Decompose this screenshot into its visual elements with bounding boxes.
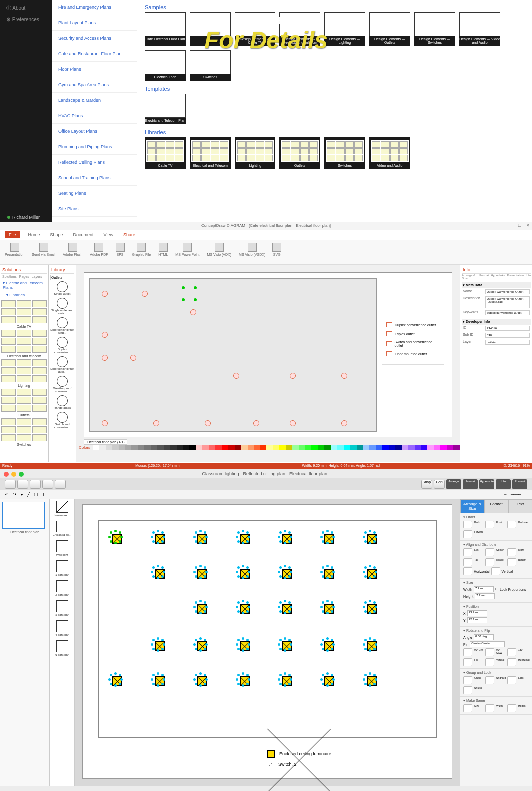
outlet-symbol[interactable] [102, 291, 108, 297]
info-tab[interactable]: Format [479, 274, 489, 280]
color-swatch[interactable] [331, 445, 337, 450]
outlet-symbol[interactable] [153, 420, 159, 426]
library-shape[interactable]: Single outlet [50, 281, 74, 295]
ribbon-button[interactable]: Send via Email [32, 243, 55, 262]
ribbon-button[interactable]: MS Visio (VDX) [207, 243, 232, 262]
ribbon-button[interactable]: MS PowerPoint [175, 243, 199, 262]
library-shape[interactable]: Luminaire ... [51, 501, 73, 517]
inspector-back-button[interactable] [463, 521, 472, 528]
metadata-heading[interactable]: ▾ Meta Data [462, 282, 531, 288]
tab-solutions[interactable]: Solutions [2, 275, 17, 278]
color-swatch[interactable] [254, 445, 260, 450]
library-tile[interactable]: Switches [324, 137, 365, 169]
minimize-icon[interactable]: — [509, 223, 513, 228]
template-tile[interactable]: Switches [190, 50, 231, 81]
keywords-field[interactable]: duplex convenience outlet [485, 310, 530, 315]
text-icon[interactable]: T [42, 492, 45, 497]
ribbon-button[interactable]: SVG [272, 243, 281, 262]
color-swatch[interactable] [440, 445, 447, 450]
toolbar-snap[interactable]: Snap [421, 480, 432, 489]
sidebar-about[interactable]: ⓘ About [2, 2, 50, 14]
inspector-unlock-button[interactable] [463, 686, 472, 694]
library-shape[interactable]: Weatherproof convenie... [50, 376, 74, 393]
inspector-flip-button[interactable] [463, 658, 472, 666]
ceiling-luminaire[interactable] [365, 674, 379, 688]
library-shape[interactable]: 2-light bar [51, 580, 73, 596]
ceiling-luminaire[interactable] [153, 567, 167, 581]
maximize-icon[interactable]: ☐ [518, 223, 521, 228]
ceiling-luminaire[interactable] [365, 602, 379, 616]
pin-select[interactable]: Center-Center [470, 641, 505, 647]
toolbar-format[interactable]: Format [463, 479, 478, 489]
ceiling-luminaire[interactable] [153, 532, 167, 546]
tool-button[interactable] [30, 480, 41, 489]
color-swatch[interactable] [408, 445, 415, 450]
color-swatch[interactable] [279, 445, 286, 450]
inspector-backward-button[interactable] [507, 521, 516, 528]
color-swatch[interactable] [402, 445, 408, 450]
drawing-page[interactable]: Enclosed ceiling luminaire ⟋Switch, 2 [82, 504, 452, 779]
solution-category[interactable]: Switches [1, 443, 47, 446]
tab-format[interactable]: Format [484, 499, 508, 513]
color-swatch[interactable] [164, 445, 170, 450]
zoom-out-icon[interactable]: − [504, 492, 506, 497]
ceiling-luminaire[interactable] [238, 532, 252, 546]
category-item[interactable]: Fire and Emergency Plans [52, 0, 137, 15]
template-tile[interactable]: Electric and Telecom Plan [145, 94, 186, 124]
name-field[interactable]: Duplex Convenience Outlet [485, 289, 530, 294]
x-input[interactable]: 23.9 mm [467, 610, 487, 616]
color-swatch[interactable] [93, 445, 99, 450]
inspector-height-button[interactable] [507, 704, 516, 712]
ceiling-luminaire[interactable] [238, 639, 252, 653]
color-swatch[interactable] [131, 445, 138, 450]
ribbon-tab-shape[interactable]: Shape [48, 231, 65, 238]
tool-icon[interactable]: ↶ [5, 492, 9, 497]
template-tile[interactable]: Electrical Plan [145, 50, 186, 81]
ceiling-luminaire[interactable] [322, 639, 336, 653]
inspector-bottom-button[interactable] [507, 558, 516, 566]
color-swatch[interactable] [318, 445, 324, 450]
color-swatch[interactable] [434, 445, 440, 450]
ceiling-luminaire[interactable] [153, 674, 167, 688]
inspector-size-button[interactable] [463, 704, 472, 712]
category-item[interactable]: Seating Plans [52, 186, 137, 201]
layer-field[interactable]: outlets [485, 340, 530, 345]
color-swatch[interactable] [202, 445, 209, 450]
color-swatch[interactable] [248, 445, 254, 450]
solution-category[interactable]: Lighting [1, 384, 47, 387]
rotate-heading[interactable]: ▾ Rotate and Flip [463, 629, 529, 633]
outlet-symbol[interactable] [290, 373, 296, 379]
library-tile[interactable]: Outlets [279, 137, 320, 169]
outlet-symbol[interactable] [102, 355, 108, 361]
color-swatch[interactable] [170, 445, 177, 450]
tool-button[interactable] [17, 480, 28, 489]
close-icon[interactable]: ✕ [526, 223, 530, 228]
color-swatch[interactable] [376, 445, 382, 450]
ceiling-luminaire[interactable] [365, 532, 379, 546]
template-tile[interactable]: Cafe Electrical Floor Plan [145, 12, 186, 46]
width-input[interactable]: 7.2 mm [474, 586, 494, 592]
rect-icon[interactable]: ▢ [34, 492, 38, 497]
outlet-symbol[interactable] [233, 373, 239, 379]
ribbon-button[interactable]: Adobe Flash [63, 243, 82, 262]
toolbar-hypernote[interactable]: Hypernote [479, 479, 494, 489]
color-swatch[interactable] [350, 445, 357, 450]
library-shape[interactable]: 3-light bar [51, 600, 73, 616]
color-swatch[interactable] [99, 445, 106, 450]
color-swatch[interactable] [292, 445, 299, 450]
solution-category[interactable]: Outlets [1, 413, 47, 417]
size-heading[interactable]: ▾ Size [463, 581, 529, 585]
library-shape[interactable]: Emergency circuit dupl... [50, 356, 74, 373]
toolbar-present[interactable]: Present [512, 479, 527, 489]
category-item[interactable]: Reflected Ceiling Plans [52, 155, 137, 170]
ceiling-luminaire[interactable] [365, 567, 379, 581]
zoom-slider[interactable]: ━━━━ [511, 492, 521, 497]
outlet-symbol[interactable] [290, 420, 296, 426]
color-swatch[interactable] [357, 445, 363, 450]
outlet-symbol[interactable] [102, 420, 108, 426]
drawing-canvas[interactable]: Duplex convenience outletTriplex outletS… [84, 272, 452, 437]
color-swatch[interactable] [369, 445, 376, 450]
category-item[interactable]: School and Training Plans [52, 170, 137, 186]
color-swatch[interactable] [305, 445, 312, 450]
inspector--button[interactable] [507, 648, 516, 656]
